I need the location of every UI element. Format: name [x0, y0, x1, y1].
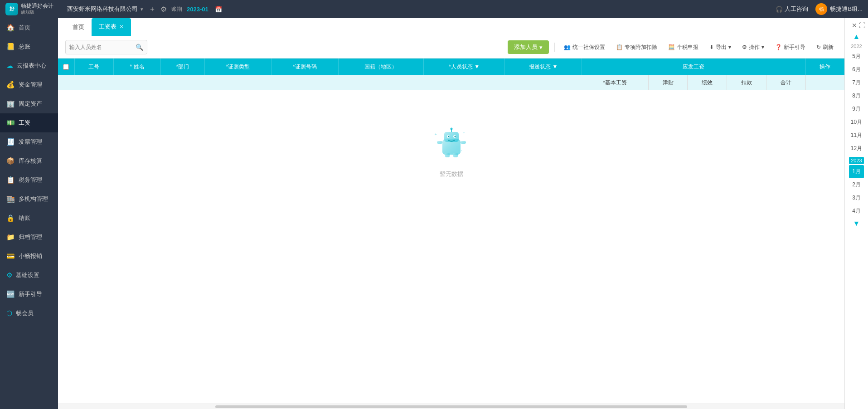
sidebar-item-multi-org[interactable]: 🏬多机构管理: [0, 190, 58, 209]
add-person-button[interactable]: 添加人员 ▾: [508, 40, 549, 54]
social-security-label: 统一社保设置: [572, 44, 605, 51]
th-total: 合计: [766, 75, 805, 90]
sidebar-label-guide: 新手引导: [19, 290, 42, 298]
sidebar-item-member[interactable]: ⬡畅会员: [0, 304, 58, 323]
table-sub-header-row: *基本工资 津贴 绩效 扣款 合计: [58, 75, 844, 90]
month-2022-9月[interactable]: 9月: [849, 102, 863, 116]
export-icon: ⬇: [709, 44, 714, 50]
sidebar-item-guide[interactable]: 🆕新手引导: [0, 285, 58, 304]
user-button[interactable]: 畅 畅捷通B组...: [815, 3, 863, 15]
search-box: 🔍: [65, 40, 147, 54]
sidebar-label-home: 首页: [19, 24, 30, 32]
sidebar-item-tax[interactable]: 📋税务管理: [0, 170, 58, 190]
empty-icon: ✦ ✦ ✦: [433, 127, 470, 163]
app-name: 畅捷通好会计: [21, 3, 53, 9]
chevron-down-icon: ▾: [141, 6, 143, 12]
tab-salary[interactable]: 工资表 ✕: [92, 18, 131, 36]
month-2023-3月[interactable]: 3月: [849, 191, 863, 204]
svg-rect-7: [461, 141, 466, 144]
add-company-icon[interactable]: ＋: [149, 5, 156, 14]
sidebar-item-home[interactable]: 🏠首页: [0, 18, 58, 37]
app-logo-icon: 好: [5, 3, 18, 15]
tax-button[interactable]: 🧮 个税申报: [664, 42, 702, 53]
sidebar-item-close[interactable]: 🔒结账: [0, 209, 58, 228]
settings-icon[interactable]: ⚙: [160, 5, 167, 14]
top-header: 好 畅捷通好会计 旗舰版 西安虾米网络科技有限公司 ▾ ＋ ⚙ 账期 2023-…: [0, 0, 868, 18]
th-emp-no: 工号: [74, 58, 114, 75]
user-name: 畅捷通B组...: [830, 5, 863, 13]
support-button[interactable]: 🎧 人工咨询: [776, 5, 808, 13]
scroll-track[interactable]: [215, 405, 687, 408]
month-2022-6月[interactable]: 6月: [849, 63, 863, 76]
ledger-icon: 📒: [6, 43, 15, 51]
close-panel-icon[interactable]: ✕: [852, 22, 857, 29]
th-ops: 操作: [805, 58, 844, 75]
search-icon: 🔍: [136, 44, 143, 51]
sidebar-item-settings[interactable]: ⚙基础设置: [0, 266, 58, 285]
year-2022-label: 2022: [849, 43, 863, 50]
deduction-label: 专项附加扣除: [625, 44, 657, 51]
sidebar-item-cloud-report[interactable]: ☁云报表中心: [0, 56, 58, 75]
month-2023-1月[interactable]: 1月: [849, 165, 863, 178]
month-2023-2月[interactable]: 2月: [849, 178, 863, 191]
month-2022-12月[interactable]: 12月: [849, 142, 863, 155]
month-2022-7月[interactable]: 7月: [849, 76, 863, 89]
support-label: 人工咨询: [785, 5, 808, 13]
select-all-checkbox[interactable]: [63, 64, 69, 70]
tab-home[interactable]: 首页: [65, 18, 92, 36]
guide-label: 新手引导: [784, 44, 805, 51]
th-cert-no: *证照号码: [272, 58, 338, 75]
month-2023-4月[interactable]: 4月: [849, 204, 863, 218]
app-edition: 旗舰版: [21, 9, 53, 15]
svg-rect-9: [453, 153, 458, 157]
tax-icon: 🧮: [668, 44, 675, 50]
sidebar-item-expense[interactable]: 💳小畅报销: [0, 247, 58, 266]
export-label: 导出: [716, 44, 727, 51]
sidebar-item-salary[interactable]: 💵工资: [0, 113, 58, 132]
month-2022-11月[interactable]: 11月: [849, 129, 863, 142]
multi-org-icon: 🏬: [6, 195, 15, 203]
sidebar-item-archive[interactable]: 📁归档管理: [0, 228, 58, 247]
sidebar-item-inventory[interactable]: 📦库存核算: [0, 151, 58, 170]
empty-text: 暂无数据: [440, 170, 463, 178]
tab-close-icon[interactable]: ✕: [119, 24, 124, 30]
social-security-icon: 👥: [564, 44, 571, 50]
header-actions: ＋ ⚙ 账期 2023-01 📅: [149, 5, 222, 14]
content-area: 首页 工资表 ✕ 🔍 添加人员 ▾ 👥 统一社保设置: [58, 18, 844, 409]
company-selector[interactable]: 西安虾米网络科技有限公司 ▾: [67, 5, 143, 13]
deduction-icon: 📋: [616, 44, 623, 50]
home-icon: 🏠: [6, 24, 15, 32]
svg-text:✦: ✦: [434, 132, 437, 136]
settings-icon: ⚙: [6, 271, 12, 279]
export-button[interactable]: ⬇ 导出 ▾: [706, 42, 735, 53]
th-checkbox: [58, 58, 74, 75]
refresh-button[interactable]: ↻ 刷新: [813, 42, 837, 53]
month-2022-8月[interactable]: 8月: [849, 89, 863, 102]
expense-icon: 💳: [6, 252, 15, 260]
search-input[interactable]: [69, 44, 133, 50]
sidebar-item-asset[interactable]: 🏢固定资产: [0, 94, 58, 113]
panel-nav-up[interactable]: ▲: [851, 31, 862, 43]
month-2022-10月[interactable]: 10月: [849, 116, 863, 129]
sidebar-item-fund[interactable]: 💰资金管理: [0, 75, 58, 94]
sidebar-item-ledger[interactable]: 📒总账: [0, 37, 58, 56]
th-report-status: 报送状态 ▼: [505, 58, 582, 75]
social-security-button[interactable]: 👥 统一社保设置: [560, 42, 609, 53]
sidebar-item-invoice[interactable]: 🧾发票管理: [0, 132, 58, 151]
invoice-icon: 🧾: [6, 138, 15, 146]
panel-nav-down[interactable]: ▼: [851, 218, 862, 229]
period-value[interactable]: 2023-01: [187, 6, 209, 13]
panel-top-buttons: ✕ ⛶: [849, 20, 868, 31]
guide-button[interactable]: ❓ 新手引导: [771, 42, 809, 53]
calendar-icon[interactable]: 📅: [215, 6, 222, 13]
sidebar-label-expense: 小畅报销: [19, 252, 42, 260]
year-2023-badge: 2023: [849, 157, 863, 164]
month-2022-5月[interactable]: 5月: [849, 50, 863, 63]
tax-label: 个税申报: [677, 44, 698, 51]
deduction-button[interactable]: 📋 专项附加扣除: [612, 42, 661, 53]
expand-panel-icon[interactable]: ⛶: [859, 22, 865, 29]
operation-button[interactable]: ⚙ 操作 ▾: [738, 42, 768, 53]
bottom-scrollbar[interactable]: [58, 404, 844, 409]
svg-point-11: [450, 128, 452, 130]
svg-rect-1: [444, 132, 459, 142]
